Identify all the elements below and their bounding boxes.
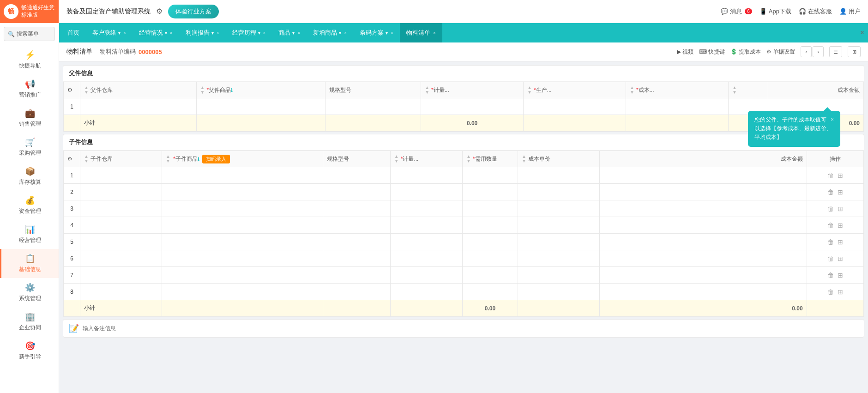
tab-close-icon[interactable]: × — [123, 30, 126, 36]
child-warehouse-cell[interactable] — [80, 284, 162, 300]
child-warehouse-cell[interactable] — [80, 217, 162, 234]
child-unit-cost-cell[interactable] — [518, 250, 599, 267]
parent-cost-cell[interactable] — [626, 98, 728, 115]
copy-row-button[interactable]: ⊞ — [837, 271, 844, 280]
child-unit-cost-cell[interactable] — [518, 167, 599, 184]
child-unit-cost-cell[interactable] — [518, 200, 599, 217]
copy-row-button[interactable]: ⊞ — [837, 237, 844, 247]
child-warehouse-cell[interactable] — [80, 267, 162, 284]
child-qty-cell[interactable] — [462, 184, 518, 200]
form-view-button[interactable]: ⊞ — [848, 46, 861, 57]
delete-row-button[interactable]: 🗑 — [826, 221, 835, 230]
app-download-button[interactable]: 📱 App下载 — [760, 7, 791, 16]
child-goods-cell[interactable] — [162, 167, 323, 184]
child-unit-cost-cell[interactable] — [518, 234, 599, 250]
sidebar-item-purchase[interactable]: 🛒 采购管理 — [0, 133, 59, 162]
child-warehouse-cell[interactable] — [80, 234, 162, 250]
tab-close-icon[interactable]: × — [344, 30, 347, 36]
child-unit-cell[interactable] — [390, 184, 462, 200]
copy-row-button[interactable]: ⊞ — [837, 204, 844, 213]
child-goods-cell[interactable] — [162, 184, 323, 200]
trial-button[interactable]: 体验行业方案 — [168, 5, 219, 18]
search-menu-button[interactable]: 🔍 搜索菜单 — [4, 27, 55, 41]
sidebar-item-sales[interactable]: 💼 销售管理 — [0, 103, 59, 133]
tab-new-goods[interactable]: 新增商品 ▾ × — [307, 23, 353, 42]
parent-goods-cell[interactable] — [196, 98, 325, 115]
message-button[interactable]: 💬 消息 6 — [721, 7, 752, 16]
tab-close-icon[interactable]: × — [217, 30, 219, 36]
online-service-button[interactable]: 🎧 在线客服 — [799, 7, 832, 16]
tab-operation[interactable]: 经营情况 ▾ × — [133, 23, 179, 42]
child-warehouse-cell[interactable] — [80, 200, 162, 217]
parent-col-settings[interactable]: ⚙ — [64, 82, 80, 98]
child-spec-cell[interactable] — [323, 217, 391, 234]
child-qty-cell[interactable] — [462, 217, 518, 234]
tab-close-icon[interactable]: × — [297, 30, 300, 36]
child-goods-cell[interactable] — [162, 200, 323, 217]
list-view-button[interactable]: ☰ — [829, 46, 842, 57]
child-spec-cell[interactable] — [323, 200, 391, 217]
sidebar-item-guide[interactable]: 🎯 新手引导 — [0, 336, 59, 365]
child-unit-cell[interactable] — [390, 217, 462, 234]
child-unit-cost-cell[interactable] — [518, 217, 599, 234]
close-all-tabs-button[interactable]: × — [858, 28, 866, 38]
child-unit-cell[interactable] — [390, 234, 462, 250]
child-goods-cell[interactable] — [162, 267, 323, 284]
parent-spec-cell[interactable] — [325, 98, 421, 115]
child-spec-cell[interactable] — [323, 267, 391, 284]
child-goods-cell[interactable] — [162, 234, 323, 250]
tab-close-icon[interactable]: × — [170, 30, 173, 36]
tab-barcode[interactable]: 条码方案 ▾ × — [353, 23, 400, 42]
prev-button[interactable]: ‹ — [801, 46, 812, 57]
tab-profit[interactable]: 利润报告 ▾ × — [179, 23, 226, 42]
sidebar-item-marketing[interactable]: 📢 营销推广 — [0, 74, 59, 103]
child-warehouse-cell[interactable] — [80, 250, 162, 267]
child-unit-cost-cell[interactable] — [518, 284, 599, 300]
note-input[interactable] — [83, 325, 858, 332]
copy-row-button[interactable]: ⊞ — [837, 287, 844, 296]
child-unit-cost-cell[interactable] — [518, 184, 599, 200]
delete-row-button[interactable]: 🗑 — [826, 287, 835, 296]
child-spec-cell[interactable] — [323, 284, 391, 300]
tab-goods[interactable]: 商品 ▾ × — [272, 23, 307, 42]
delete-row-button[interactable]: 🗑 — [826, 171, 835, 180]
delete-row-button[interactable]: 🗑 — [826, 187, 835, 197]
system-settings-button[interactable]: ⚙ — [154, 5, 164, 18]
sidebar-item-operation[interactable]: 📊 经营管理 — [0, 220, 59, 249]
sidebar-item-quick-nav[interactable]: ⚡ 快捷导航 — [0, 45, 59, 74]
child-spec-cell[interactable] — [323, 234, 391, 250]
sidebar-item-system[interactable]: ⚙️ 系统管理 — [0, 278, 59, 307]
child-goods-cell[interactable] — [162, 250, 323, 267]
user-menu-button[interactable]: 👤 用户 — [839, 7, 861, 16]
child-qty-cell[interactable] — [462, 267, 518, 284]
sidebar-item-inventory[interactable]: 📦 库存核算 — [0, 162, 59, 191]
parent-unit-cell[interactable] — [421, 98, 524, 115]
child-unit-cost-cell[interactable] — [518, 267, 599, 284]
tab-customers[interactable]: 客户联络 ▾ × — [86, 23, 133, 42]
copy-row-button[interactable]: ⊞ — [837, 171, 844, 180]
tab-close-icon[interactable]: × — [391, 30, 393, 36]
tab-home[interactable]: 首页 — [61, 23, 86, 42]
tab-bom[interactable]: 物料清单 × — [400, 23, 442, 42]
copy-row-button[interactable]: ⊞ — [837, 221, 844, 230]
child-unit-cell[interactable] — [390, 284, 462, 300]
delete-row-button[interactable]: 🗑 — [826, 271, 835, 280]
scan-input-button[interactable]: 扫码录入 — [202, 155, 230, 163]
child-spec-cell[interactable] — [323, 167, 391, 184]
tab-close-icon[interactable]: × — [433, 30, 436, 36]
child-spec-cell[interactable] — [323, 184, 391, 200]
child-qty-cell[interactable] — [462, 250, 518, 267]
get-cost-button[interactable]: 💲 提取成本 — [730, 48, 761, 56]
child-unit-cell[interactable] — [390, 267, 462, 284]
child-warehouse-cell[interactable] — [80, 184, 162, 200]
shortcut-button[interactable]: ⌨ 快捷键 — [699, 48, 725, 56]
child-qty-cell[interactable] — [462, 284, 518, 300]
child-unit-cell[interactable] — [390, 200, 462, 217]
view-video-button[interactable]: ▶ 视频 — [677, 48, 693, 56]
tab-history[interactable]: 经营历程 ▾ × — [226, 23, 272, 42]
parent-produce-cell[interactable] — [524, 98, 626, 115]
child-col-settings[interactable]: ⚙ — [64, 151, 80, 167]
child-unit-cell[interactable] — [390, 167, 462, 184]
child-spec-cell[interactable] — [323, 250, 391, 267]
child-qty-cell[interactable] — [462, 200, 518, 217]
